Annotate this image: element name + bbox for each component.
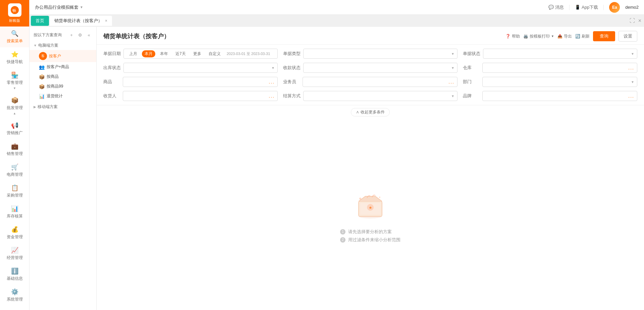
tab-home[interactable]: 首页 (31, 16, 49, 26)
top-header: 办公用品行业模拟账套 ▼ 💬 消息 📱 App下载 Ea demo2 (30, 0, 644, 15)
scheme-group-mobile: ▶ 移动端方案 (30, 102, 96, 111)
goods-input[interactable]: ... (123, 77, 278, 87)
dropdown-icon: ▼ (80, 5, 83, 9)
scheme-item-by-customer-goods[interactable]: 👥 按客户+商品 (30, 62, 96, 72)
sidebar-item-label: 电商管理 (7, 172, 23, 177)
empty-tip-2: 2 用过滤条件来缩小分析范围 (340, 237, 400, 243)
app-title: 办公用品行业模拟账套 ▼ (35, 4, 83, 10)
date-label: 单据日期 (103, 51, 121, 57)
add-scheme-button[interactable]: + (68, 32, 75, 38)
dropdown-arrow: ▼ (451, 52, 454, 56)
tab-active[interactable]: 销货单统计表（按客户） × (50, 16, 112, 26)
sidebar-item-retail[interactable]: 🏪 零售管理 ▼ (0, 68, 29, 93)
date-btn-more[interactable]: 更多 (191, 50, 204, 57)
salesperson-label: 业务员 (283, 79, 300, 85)
filter-settlement: 结算方式 ▼ (283, 91, 458, 101)
avatar[interactable]: Ea (609, 2, 620, 13)
tab-close-button[interactable]: × (105, 18, 107, 23)
date-btn-7days[interactable]: 近7天 (173, 50, 189, 57)
refresh-icon: 🔄 (575, 34, 580, 39)
date-range-bar[interactable]: 上月 本月 本年 近7天 更多 自定义 2023-03-01 至 2023-03… (123, 49, 278, 59)
sidebar-item-marketing[interactable]: 📢 营销推广 (0, 118, 29, 139)
sidebar-item-basic-info[interactable]: ℹ️ 基础信息 (0, 264, 29, 285)
page-actions: ❓ 帮助 🖨️ 按模板打印 ▼ 📤 导出 🔄 刷新 (505, 31, 637, 42)
brand-label: 品牌 (463, 93, 480, 99)
settings-scheme-button[interactable]: ⚙ (77, 32, 84, 38)
scheme-item-by-goods-99[interactable]: 📦 按商品99 (30, 82, 96, 91)
sidebar-item-quick-nav[interactable]: ⭐ 快捷导航 (0, 47, 29, 68)
collapse-bar: ∧ 收起更多条件 (97, 105, 644, 119)
export-button[interactable]: 📤 导出 (557, 34, 572, 39)
sidebar-item-system[interactable]: ⚙️ 系统管理 (0, 285, 29, 306)
consignee-input[interactable]: ... (123, 91, 278, 101)
app-download-button[interactable]: 📱 App下载 (575, 4, 598, 10)
info-icon: ℹ️ (11, 267, 18, 275)
goods-icon: 📦 (39, 74, 45, 80)
tab-label: 销货单统计表（按客户） (54, 18, 102, 24)
panel-header: 按以下方案查询 + ⚙ « (30, 30, 96, 41)
scheme-item-by-goods[interactable]: 📦 按商品 (30, 72, 96, 82)
message-button[interactable]: 💬 消息 (548, 4, 564, 10)
sidebar-item-label: 零售管理 (7, 80, 23, 86)
department-input[interactable]: ▼ (482, 77, 637, 87)
brand-input[interactable]: ... (482, 91, 637, 101)
svg-point-8 (379, 197, 380, 198)
date-btn-last-month[interactable]: 上月 (126, 50, 140, 57)
filter-area: 单据日期 上月 本月 本年 近7天 更多 自定义 2023-03-01 至 20… (97, 45, 644, 105)
collapse-panel-button[interactable]: « (86, 32, 92, 38)
filter-consignee: 收货人 ... (103, 91, 278, 101)
sidebar-item-wholesale[interactable]: 📦 批发管理 ▲ (0, 93, 29, 118)
logo-icon: 畅 (8, 3, 21, 17)
right-panel: 销货单统计表（按客户） ❓ 帮助 🖨️ 按模板打印 ▼ 📤 导出 (97, 27, 644, 310)
dropdown-arrow: ▼ (631, 52, 634, 56)
scheme-group-pc-header[interactable]: ▼ 电脑端方案 (30, 41, 96, 50)
sidebar-item-corp-collab[interactable]: 🤝 企业协同 (0, 306, 29, 310)
refresh-button[interactable]: 🔄 刷新 (575, 34, 590, 39)
sidebar-item-purchase[interactable]: 📋 采购管理 (0, 181, 29, 202)
help-button[interactable]: ❓ 帮助 (505, 34, 520, 39)
empty-state: ★ 1 请先选择要分析的方案 2 (97, 119, 644, 310)
date-btn-custom[interactable]: 自定义 (206, 50, 223, 57)
scheme-group-mobile-header[interactable]: ▶ 移动端方案 (30, 102, 96, 111)
date-value: 2023-03-01 至 2023-03-31 (227, 51, 270, 56)
close-window-button[interactable]: × (638, 18, 641, 24)
scheme-item-by-customer[interactable]: 客 按客户 (30, 50, 96, 62)
sidebar-item-label: 营销推广 (7, 130, 23, 136)
money-icon: 💰 (11, 226, 18, 233)
users-icon: 👥 (39, 64, 45, 70)
sidebar-item-search-menu[interactable]: 🔍 搜索菜单 (0, 27, 29, 47)
sidebar-item-label: 基础信息 (7, 276, 23, 281)
dots-icon: ... (269, 79, 275, 85)
panel-header-label: 按以下方案查询 (34, 32, 62, 38)
settings-button[interactable]: 设置 (619, 31, 637, 42)
filter-payment: 收款状态 ▼ (283, 63, 458, 73)
goods99-icon: 📦 (39, 84, 45, 89)
tab-bar: 首页 销货单统计表（按客户） × ⛶ × (30, 15, 644, 27)
order-type-input[interactable]: ▼ (303, 49, 458, 59)
scheme-label: 按客户 (49, 53, 61, 59)
order-status-input[interactable]: ▼ (483, 49, 637, 59)
warehouse-label: 仓库 (463, 65, 480, 71)
megaphone-icon: 📢 (11, 122, 18, 129)
sidebar-item-ops[interactable]: 📈 经营管理 (0, 243, 29, 264)
payment-input[interactable]: ▼ (303, 63, 458, 73)
collapse-button[interactable]: ∧ 收起更多条件 (351, 108, 389, 116)
warehouse-input[interactable]: ... (482, 63, 637, 73)
gear-icon: ⚙️ (11, 288, 18, 296)
sidebar-item-ecom[interactable]: 🛒 电商管理 (0, 160, 29, 181)
svg-point-7 (359, 198, 361, 200)
salesperson-input[interactable]: ... (303, 77, 458, 87)
sidebar-item-sales[interactable]: 💼 销售管理 (0, 139, 29, 160)
sidebar-item-finance[interactable]: 💰 资金管理 (0, 222, 29, 243)
scheme-item-return-stats[interactable]: 📊 退货统计 (30, 91, 96, 101)
date-btn-this-year[interactable]: 本年 (157, 50, 171, 57)
query-button[interactable]: 查询 (593, 31, 615, 41)
sidebar-item-inventory[interactable]: 📊 库存核算 (0, 202, 29, 222)
settlement-input[interactable]: ▼ (303, 91, 458, 101)
search-icon: 🔍 (11, 30, 18, 37)
date-btn-this-month[interactable]: 本月 (142, 50, 155, 57)
tip-text-2: 用过滤条件来缩小分析范围 (348, 237, 400, 243)
print-button[interactable]: 🖨️ 按模板打印 ▼ (523, 34, 554, 39)
shipment-input[interactable]: ▼ (123, 63, 278, 73)
maximize-button[interactable]: ⛶ (630, 18, 635, 24)
